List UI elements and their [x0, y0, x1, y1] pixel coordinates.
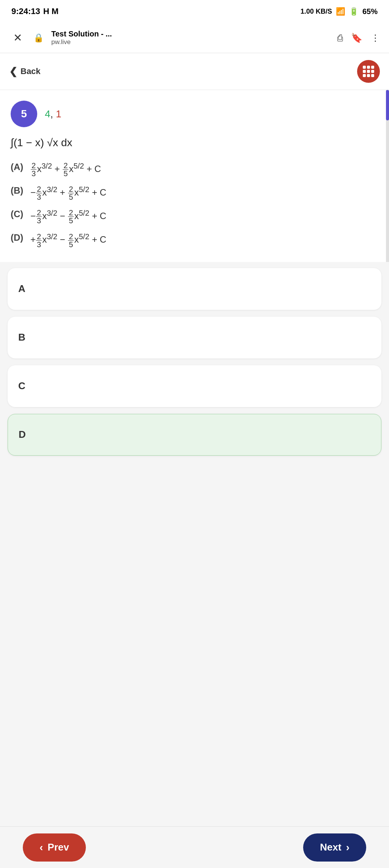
browser-close-button[interactable]: ✕	[9, 30, 26, 46]
network-speed: 1.00 KB/S	[300, 8, 332, 16]
close-icon: ✕	[13, 32, 22, 44]
status-time: 9:24:13 H M	[11, 6, 59, 16]
lock-icon: 🔒	[33, 33, 44, 43]
option-C: (C) −23x3/2 − 25x5/2 + C	[11, 207, 378, 224]
prev-button[interactable]: ‹ Prev	[23, 833, 86, 862]
status-right: 1.00 KB/S 📶 🔋 65%	[300, 7, 378, 16]
prev-chevron-icon: ‹	[40, 841, 43, 854]
option-B-label: (B)	[11, 183, 26, 198]
signal-bars: 📶	[336, 7, 345, 16]
question-marks: 4, 1	[45, 108, 61, 120]
question-text: ∫(1 − x) √x dx	[11, 135, 378, 151]
page-url: pw.live	[51, 38, 330, 46]
top-nav: ❮ Back	[0, 53, 389, 90]
network-indicators: H M	[43, 6, 59, 16]
page-title: Test Solution - ...	[51, 30, 330, 38]
next-chevron-icon: ›	[346, 841, 349, 854]
answer-card-B-label: B	[18, 331, 25, 343]
option-D: (D) +23x3/2 − 25x5/2 + C	[11, 230, 378, 248]
option-A: (A) 23x3/2 + 25x5/2 + C	[11, 160, 378, 177]
back-button[interactable]: ❮ Back	[9, 66, 41, 77]
next-label: Next	[320, 841, 341, 853]
answer-card-A[interactable]: A	[8, 268, 381, 310]
option-A-content: 23x3/2 + 25x5/2 + C	[30, 160, 378, 177]
browser-title-area: Test Solution - ... pw.live	[51, 30, 330, 46]
question-number: 5	[21, 108, 27, 120]
answer-card-D[interactable]: D	[8, 414, 381, 456]
more-options-button[interactable]: ⋮	[371, 33, 380, 43]
browser-actions: ⎙ 🔖 ⋮	[337, 33, 380, 43]
grid-menu-button[interactable]	[357, 60, 380, 83]
answer-card-D-label: D	[19, 429, 26, 440]
share-button[interactable]: ⎙	[337, 33, 343, 43]
browser-bar: ✕ 🔒 Test Solution - ... pw.live ⎙ 🔖 ⋮	[0, 23, 389, 53]
marks-correct: 4	[45, 108, 50, 120]
answer-card-C-label: C	[18, 380, 25, 392]
option-B-content: −23x3/2 + 25x5/2 + C	[30, 183, 378, 201]
bottom-nav: ‹ Prev Next ›	[0, 826, 389, 868]
answer-cards: A B C D	[0, 262, 389, 462]
option-D-label: (D)	[11, 230, 26, 245]
answer-card-B[interactable]: B	[8, 317, 381, 358]
battery-percent: 65%	[362, 7, 378, 16]
question-header: 5 4, 1	[11, 101, 378, 127]
main-content: ❮ Back 5 4, 1 ∫(1 − x) √x dx	[0, 53, 389, 868]
bookmark-button[interactable]: 🔖	[351, 33, 362, 43]
answer-card-A-label: A	[18, 283, 25, 295]
battery-icon: 🔋	[349, 7, 359, 16]
prev-label: Prev	[47, 841, 69, 853]
option-C-content: −23x3/2 − 25x5/2 + C	[30, 207, 378, 224]
option-A-label: (A)	[11, 160, 26, 174]
option-C-label: (C)	[11, 207, 26, 221]
marks-wrong: 1	[56, 108, 61, 120]
answer-card-C[interactable]: C	[8, 365, 381, 407]
grid-icon	[363, 66, 374, 77]
scroll-thumb	[386, 90, 389, 120]
option-B: (B) −23x3/2 + 25x5/2 + C	[11, 183, 378, 201]
scroll-indicator	[386, 90, 389, 262]
back-chevron-icon: ❮	[9, 66, 17, 77]
status-bar: 9:24:13 H M 1.00 KB/S 📶 🔋 65%	[0, 0, 389, 23]
options-list: (A) 23x3/2 + 25x5/2 + C (B) −23x3/2 + 25…	[11, 160, 378, 248]
question-number-badge: 5	[11, 101, 37, 127]
marks-separator: ,	[50, 108, 53, 120]
question-area: 5 4, 1 ∫(1 − x) √x dx (A) 23x3/2 + 25x5/…	[0, 90, 389, 262]
option-D-content: +23x3/2 − 25x5/2 + C	[30, 230, 378, 248]
next-button[interactable]: Next ›	[303, 833, 366, 862]
back-label: Back	[21, 66, 41, 76]
time-display: 9:24:13	[11, 6, 40, 16]
